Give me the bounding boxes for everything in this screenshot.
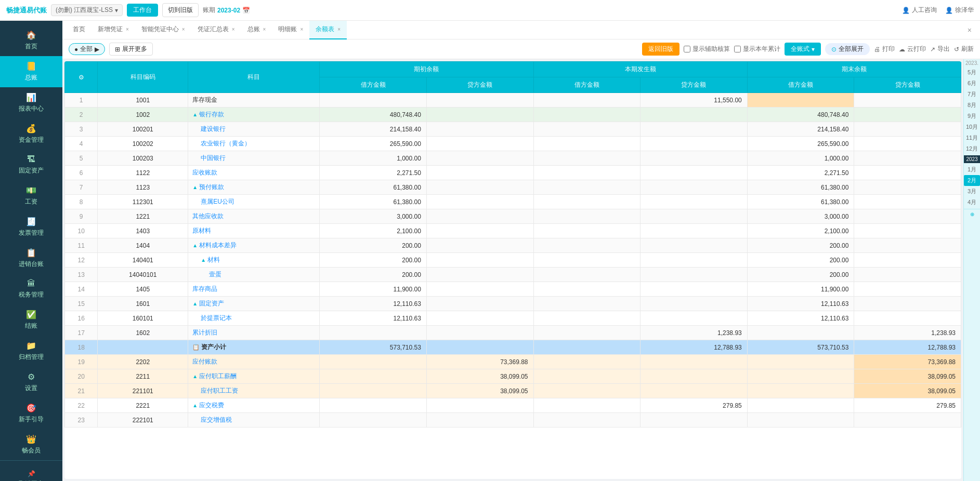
tab-close-detail-ledger[interactable]: × bbox=[300, 26, 303, 32]
account-name-link[interactable]: 壹蛋 bbox=[209, 271, 221, 278]
consult-button[interactable]: 👤 人工咨询 bbox=[902, 6, 937, 15]
month-1[interactable]: 1月 bbox=[964, 164, 980, 175]
row-name[interactable]: ▲ 材料 bbox=[188, 253, 320, 268]
sidebar-item-purchase-sales[interactable]: 📋 进销台账 bbox=[0, 243, 62, 274]
sidebar-item-member[interactable]: 👑 畅会员 bbox=[0, 429, 62, 460]
toggle-expand-button[interactable]: ⊙ 全部展开 bbox=[825, 43, 870, 55]
expand-arrow-icon[interactable]: ▲ bbox=[192, 373, 199, 379]
expand-arrow-icon[interactable]: ▲ bbox=[192, 301, 199, 306]
row-name[interactable]: 应收账款 bbox=[188, 166, 320, 180]
month-8[interactable]: 8月 bbox=[964, 100, 980, 111]
row-name[interactable]: 应付账款 bbox=[188, 355, 320, 369]
tab-smart-voucher[interactable]: 智能凭证中心 × bbox=[135, 21, 191, 39]
account-name-link[interactable]: 农业银行（黄金） bbox=[201, 140, 251, 147]
panel-year-label-2023[interactable]: 2023 bbox=[964, 155, 980, 163]
sidebar-item-archive[interactable]: 📁 归档管理 bbox=[0, 336, 62, 367]
tab-detail-ledger[interactable]: 明细账 × bbox=[272, 21, 309, 39]
expand-arrow-icon[interactable]: ▲ bbox=[192, 403, 199, 408]
tab-close-new-voucher[interactable]: × bbox=[126, 26, 129, 32]
row-name[interactable]: 壹蛋 bbox=[188, 268, 320, 282]
account-name-link[interactable]: 於提票记本 bbox=[201, 314, 232, 322]
month-4[interactable]: 4月 bbox=[964, 197, 980, 208]
row-name[interactable]: 建设银行 bbox=[188, 122, 320, 137]
filter-all-button[interactable]: ● 全部 ▶ bbox=[69, 43, 105, 55]
tab-balance-sheet[interactable]: 余额表 × bbox=[309, 21, 347, 39]
month-5[interactable]: 5月 bbox=[964, 67, 980, 78]
sidebar-item-ledger[interactable]: 📒 总账 bbox=[0, 56, 62, 87]
account-name-link[interactable]: 应交税费 bbox=[199, 402, 224, 409]
account-name-link[interactable]: 银行存款 bbox=[199, 111, 224, 118]
workbench-button[interactable]: 工作台 bbox=[127, 4, 158, 17]
tab-home[interactable]: 首页 bbox=[67, 21, 92, 39]
row-name[interactable]: ▲ 应付职工薪酬 bbox=[188, 369, 320, 384]
panel-expand-button[interactable]: ⊕ bbox=[969, 210, 975, 218]
sidebar-item-invoice[interactable]: 🧾 发票管理 bbox=[0, 211, 62, 243]
company-selector[interactable]: (勿删) 江西晟宝-LSS ▾ bbox=[51, 4, 123, 16]
month-6[interactable]: 6月 bbox=[964, 78, 980, 89]
cloud-print-button[interactable]: ☁ 云打印 bbox=[899, 45, 926, 54]
row-name[interactable]: ▲ 预付账款 bbox=[188, 180, 320, 195]
row-name[interactable]: 於提票记本 bbox=[188, 311, 320, 326]
account-name-link[interactable]: 预付账款 bbox=[199, 183, 224, 191]
sidebar-item-settings[interactable]: ⚙ 设置 bbox=[0, 367, 62, 398]
account-name-link[interactable]: 中国银行 bbox=[201, 154, 226, 162]
row-name[interactable]: 应付职工工资 bbox=[188, 384, 320, 398]
return-old-version-button[interactable]: 返回旧版 bbox=[642, 43, 680, 56]
month-7[interactable]: 7月 bbox=[964, 89, 980, 100]
auxiliary-checkbox-input[interactable] bbox=[684, 46, 690, 52]
sidebar-item-assets[interactable]: 🏗 固定资产 bbox=[0, 150, 62, 180]
sidebar-item-closing[interactable]: ✅ 结账 bbox=[0, 304, 62, 336]
sidebar-item-funds[interactable]: 💰 资金管理 bbox=[0, 118, 62, 150]
row-name[interactable]: ▲ 固定资产 bbox=[188, 297, 320, 311]
refresh-button[interactable]: ↺ 刷新 bbox=[954, 45, 974, 54]
account-name-link[interactable]: 应收账款 bbox=[192, 169, 217, 176]
expand-more-button[interactable]: ⊞ 展开更多 bbox=[109, 43, 153, 56]
unpin-button[interactable]: 📌 取消固定 bbox=[0, 465, 62, 481]
calendar-icon[interactable]: 📅 bbox=[242, 7, 250, 14]
expand-arrow-icon[interactable]: ▲ bbox=[192, 112, 199, 117]
tab-close-voucher-summary[interactable]: × bbox=[232, 26, 235, 32]
show-auxiliary-checkbox[interactable]: 显示辅助核算 bbox=[684, 45, 730, 54]
account-name-link[interactable]: 固定资产 bbox=[199, 300, 224, 307]
show-ytd-checkbox[interactable]: 显示本年累计 bbox=[734, 45, 780, 54]
tab-close-general-ledger[interactable]: × bbox=[263, 26, 266, 32]
row-name[interactable]: 中国银行 bbox=[188, 151, 320, 166]
account-name-link[interactable]: 应付职工薪酬 bbox=[199, 372, 237, 380]
export-button[interactable]: ↗ 导出 bbox=[930, 45, 950, 54]
month-2-active[interactable]: 2月 bbox=[964, 175, 980, 186]
row-name[interactable]: 农业银行（黄金） bbox=[188, 137, 320, 151]
sidebar-item-payroll[interactable]: 💵 工资 bbox=[0, 180, 62, 211]
account-name-link[interactable]: 材料成本差异 bbox=[199, 242, 237, 249]
expand-arrow-icon[interactable]: ▲ bbox=[192, 243, 199, 248]
expand-arrow-icon[interactable]: ▲ bbox=[192, 184, 199, 190]
account-name-link[interactable]: 应付职工工资 bbox=[201, 387, 238, 394]
row-name[interactable]: 其他应收款 bbox=[188, 209, 320, 224]
month-9[interactable]: 9月 bbox=[964, 111, 980, 122]
account-name-link[interactable]: 累计折旧 bbox=[192, 329, 217, 336]
month-3[interactable]: 3月 bbox=[964, 186, 980, 197]
row-name[interactable]: ▲ 材料成本差异 bbox=[188, 238, 320, 253]
tab-general-ledger[interactable]: 总账 × bbox=[241, 21, 272, 39]
format-button[interactable]: 全账式 ▾ bbox=[785, 43, 821, 56]
tab-voucher-summary[interactable]: 凭证汇总表 × bbox=[191, 21, 241, 39]
settings-gear-icon[interactable]: ⚙ bbox=[79, 74, 84, 81]
row-name[interactable]: 应交增值税 bbox=[188, 413, 320, 427]
switch-button[interactable]: 切到旧版 bbox=[162, 3, 199, 17]
row-name[interactable]: ▲ 银行存款 bbox=[188, 108, 320, 122]
account-name-link[interactable]: 应交增值税 bbox=[201, 416, 232, 423]
close-all-tabs[interactable]: × bbox=[963, 26, 976, 34]
account-name-link[interactable]: 建设银行 bbox=[201, 125, 226, 132]
sidebar-item-tax[interactable]: 🏛 税务管理 bbox=[0, 274, 62, 304]
row-name[interactable]: 熹属EU公司 bbox=[188, 195, 320, 209]
row-name[interactable]: 累计折旧 bbox=[188, 326, 320, 340]
account-name-link[interactable]: 其他应收款 bbox=[192, 212, 224, 220]
tab-close-balance-sheet[interactable]: × bbox=[337, 26, 341, 32]
account-name-link[interactable]: 材料 bbox=[207, 256, 220, 263]
row-name[interactable]: 库存商品 bbox=[188, 282, 320, 297]
account-name-link[interactable]: 应付账款 bbox=[192, 358, 217, 365]
tab-new-voucher[interactable]: 新增凭证 × bbox=[92, 21, 135, 39]
print-button[interactable]: 🖨 打印 bbox=[874, 45, 895, 54]
sidebar-item-reports[interactable]: 📊 报表中心 bbox=[0, 87, 62, 118]
tab-close-smart-voucher[interactable]: × bbox=[182, 26, 185, 32]
row-name[interactable]: ▲ 应交税费 bbox=[188, 398, 320, 413]
